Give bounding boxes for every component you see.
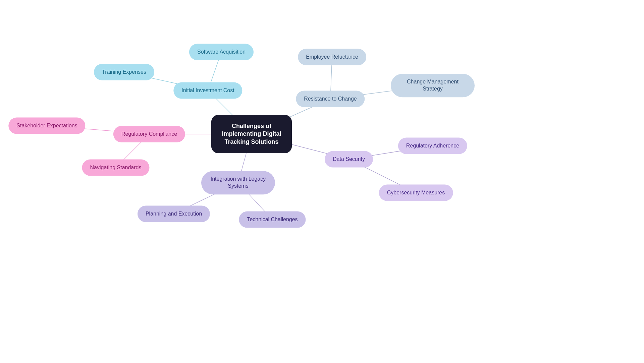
node-regulatoryAdherence: Regulatory Adherence — [398, 138, 467, 154]
node-technicalChallenges: Technical Challenges — [239, 211, 306, 228]
node-integrationLegacy: Integration with Legacy Systems — [201, 171, 275, 194]
node-initialInvestment: Initial Investment Cost — [173, 82, 242, 99]
node-softwareAcquisition: Software Acquisition — [189, 44, 254, 60]
node-dataSecurity: Data Security — [325, 151, 373, 168]
node-navigatingStandards: Navigating Standards — [82, 160, 150, 176]
node-changeManagement: Change Management Strategy — [391, 74, 475, 97]
node-regulatoryCompliance: Regulatory Compliance — [113, 126, 185, 142]
node-trainingExpenses: Training Expenses — [94, 64, 154, 80]
node-center: Challenges of Implementing Digital Track… — [211, 115, 292, 153]
node-resistanceToChange: Resistance to Change — [296, 91, 365, 107]
node-cybersecurityMeasures: Cybersecurity Measures — [379, 185, 453, 201]
mindmap-canvas: Challenges of Implementing Digital Track… — [0, 0, 644, 363]
node-employeeReluctance: Employee Reluctance — [298, 49, 366, 65]
node-stakeholderExpectations: Stakeholder Expectations — [8, 118, 85, 134]
node-planningExecution: Planning and Execution — [138, 206, 210, 222]
